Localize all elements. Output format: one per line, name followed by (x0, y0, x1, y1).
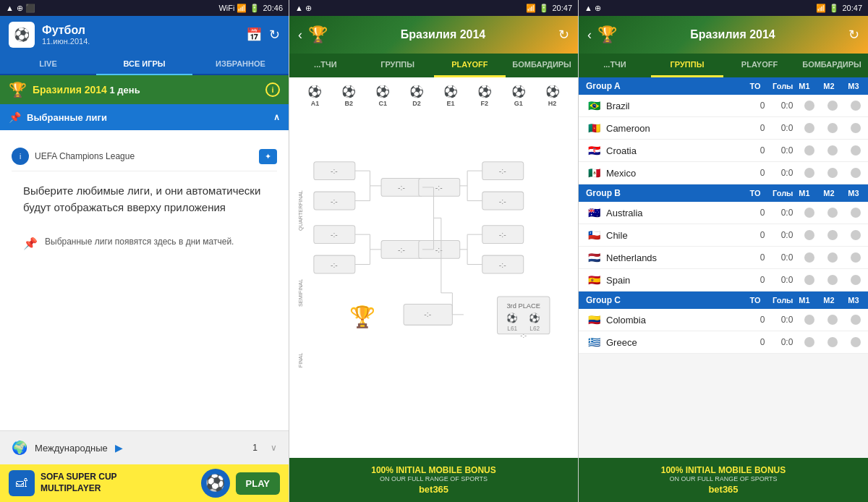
bottom-bar-3: 100% INITIAL MOBILE BONUS ON OUR FULL RA… (579, 458, 868, 502)
tab-all-games[interactable]: ВСЕ ИГРЫ (96, 54, 192, 75)
flag-netherlands: 🇳🇱 (586, 252, 602, 263)
pin-icon: 📌 (9, 111, 21, 123)
chevron-down-icon[interactable]: ∨ (271, 443, 277, 453)
col-m1: М1 (797, 82, 812, 90)
time-2: 20:47 (552, 4, 572, 12)
sofa-icon: 🛋 (9, 470, 35, 496)
stats-spain: 0 0:0 (755, 275, 861, 285)
svg-text:L61: L61 (507, 326, 517, 332)
ball-H2: ⚽ (545, 85, 560, 98)
svg-text:FINAL: FINAL (297, 353, 304, 368)
calendar-icon[interactable]: 📅 (246, 27, 262, 43)
ball-E1: ⚽ (443, 85, 458, 98)
ball-D2: ⚽ (409, 85, 424, 98)
team-row-chile: 🇨🇱 Chile 0 0:0 (579, 224, 868, 247)
svg-text:-:-: -:- (499, 261, 506, 269)
stats-cameroon: 0 0:0 (755, 123, 861, 133)
refresh-icon-2[interactable]: ↻ (558, 27, 569, 43)
favorites-label: Выбранные лиги (27, 112, 107, 123)
tab3-matches[interactable]: ...ТЧИ (579, 54, 651, 77)
tab-live[interactable]: LIVE (0, 54, 96, 75)
play-button[interactable]: PLAY (236, 472, 280, 495)
svg-text:-:-: -:- (331, 261, 338, 269)
svg-text:-:-: -:- (435, 184, 443, 192)
ball-F2: ⚽ (477, 85, 492, 98)
tab2-matches[interactable]: ...ТЧИ (289, 54, 362, 77)
trophy-icon-2: 🏆 (308, 25, 328, 44)
back-arrow-icon-3[interactable]: ‹ (587, 27, 592, 43)
svg-text:SEMIFINAL: SEMIFINAL (297, 279, 304, 307)
col-goals: Голы (773, 82, 787, 90)
ball-C1: ⚽ (375, 85, 390, 98)
battery-icon-2: 🔋 (539, 4, 549, 13)
col-m3: М3 (846, 82, 861, 90)
league-add-button[interactable]: ✦ (259, 149, 277, 164)
col-m2: М2 (822, 82, 836, 90)
flag-colombia: 🇨🇴 (586, 314, 602, 326)
promo-text: Выберите любимые лиги, и они автоматичес… (12, 171, 277, 227)
dot-au1 (804, 208, 814, 218)
ball-A1: ⚽ (307, 85, 322, 98)
tab3-playoff[interactable]: PLAYOFF (723, 54, 796, 77)
svg-text:-:-: -:- (424, 310, 431, 318)
header-title-3: Бразилия 2014 (623, 28, 843, 41)
fav-note-text: Выбранные лиги появятся здесь в дни матч… (45, 236, 234, 248)
favorites-header[interactable]: 📌 Выбранные лиги ∧ (0, 104, 289, 130)
favorites-note: 📌 Выбранные лиги появятся здесь в дни ма… (12, 227, 277, 260)
content-area-1: i UEFA Champions League ✦ Выберите любим… (0, 130, 289, 430)
chevron-up-icon[interactable]: ∧ (273, 112, 280, 122)
status-bar-left-2: ▲ ⊕ (295, 4, 312, 13)
status-bar-right-3: 📶 🔋 20:47 (816, 4, 862, 13)
dot-c2 (827, 123, 838, 133)
tab2-groups[interactable]: ГРУППЫ (362, 54, 434, 77)
slot-B2: ⚽ B2 (341, 85, 356, 107)
app-header-3: ‹ 🏆 Бразилия 2014 ↻ (579, 16, 868, 54)
tab-favorites[interactable]: ИЗБРАННОЕ (192, 54, 289, 75)
status-bar-right: WiFi 📶 🔋 20:46 (218, 4, 283, 13)
slot-H2: ⚽ H2 (545, 85, 560, 107)
bet365-2: bet365 (297, 484, 571, 495)
play-circle-icon[interactable]: ▶ (115, 442, 123, 454)
time-3: 20:47 (842, 4, 862, 12)
bottom-bar-2: 100% INITIAL MOBILE BONUS ON OUR FULL RA… (289, 458, 578, 502)
flag-chile: 🇨🇱 (586, 229, 602, 241)
status-bar-left: ▲ ⊕ ⬛ (6, 4, 35, 13)
svg-text:⚽: ⚽ (506, 312, 518, 324)
dot-sp3 (851, 275, 861, 285)
tab3-groups[interactable]: ГРУППЫ (651, 54, 723, 77)
flag-cameroon: 🇨🇲 (586, 122, 602, 134)
group-C-cols: ТО Голы М1 М2 М3 (748, 296, 861, 305)
dot-cr2 (827, 145, 838, 156)
wifi-icon: WiFi 📶 (218, 4, 247, 13)
stats-australia: 0 0:0 (755, 208, 861, 218)
team-row-greece: 🇬🇷 Greece 0 0:0 (579, 331, 868, 354)
tab3-scorers[interactable]: БОМБАРДИРЫ (796, 54, 868, 77)
tabs-2: ...ТЧИ ГРУППЫ PLAYOFF БОМБАРДИРЫ (289, 54, 578, 77)
groups-table: Group A ТО Голы М1 М2 М3 🇧🇷 Brazil 0 0:0… (579, 77, 868, 458)
brasil-text: Бразилия 2014 1 день (33, 84, 140, 95)
name-cameroon: Cameroon (606, 123, 751, 134)
svg-text:-:-: -:- (499, 167, 506, 175)
group-B-label: Group B (586, 188, 621, 198)
tabs-3: ...ТЧИ ГРУППЫ PLAYOFF БОМБАРДИРЫ (579, 54, 868, 77)
svg-text:-:-: -:- (398, 246, 405, 254)
team-row-brazil: 🇧🇷 Brazil 0 0:0 (579, 95, 868, 117)
col-to: ТО (748, 82, 762, 90)
info-icon[interactable]: i (265, 82, 280, 97)
dot-cr1 (804, 145, 814, 156)
svg-text:QUARTERFINAL: QUARTERFINAL (297, 190, 304, 231)
tab2-scorers[interactable]: БОМБАРДИРЫ (506, 54, 578, 77)
tab2-playoff[interactable]: PLAYOFF (434, 54, 506, 77)
team-row-spain: 🇪🇸 Spain 0 0:0 (579, 269, 868, 292)
name-spain: Spain (606, 275, 751, 286)
flag-mexico: 🇲🇽 (586, 167, 602, 179)
app-date: 11.июн.2014. (42, 37, 239, 46)
svg-text:⚽: ⚽ (529, 312, 540, 324)
dot-m3 (851, 168, 861, 178)
back-arrow-icon[interactable]: ‹ (298, 27, 302, 43)
refresh-icon-3[interactable]: ↻ (848, 27, 859, 43)
refresh-icon-1[interactable]: ↻ (269, 27, 280, 43)
dot-sp2 (827, 275, 838, 285)
dot-co3 (851, 315, 861, 325)
stats-croatia: 0 0:0 (755, 145, 861, 156)
